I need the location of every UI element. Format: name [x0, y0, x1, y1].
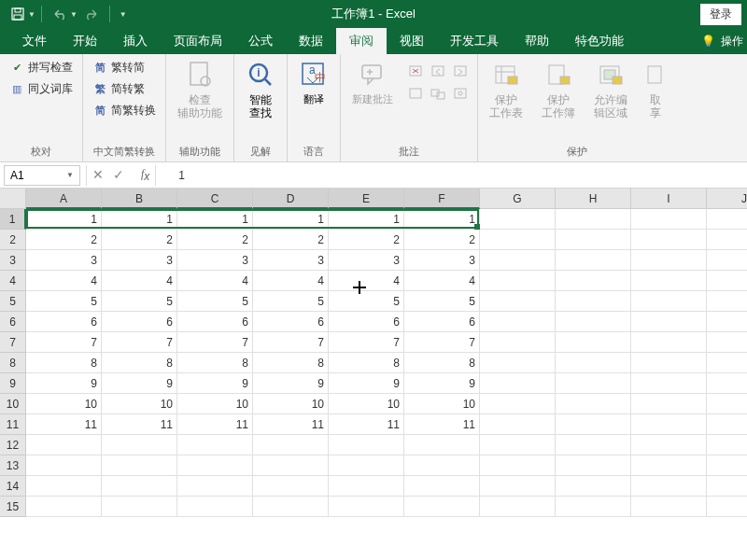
cell[interactable]: 4 [253, 271, 329, 291]
cell[interactable]: 2 [102, 230, 177, 250]
cell[interactable] [404, 435, 480, 455]
cell[interactable] [631, 414, 707, 435]
tab-开发工具[interactable]: 开发工具 [437, 28, 512, 54]
redo-button[interactable] [79, 2, 104, 26]
cell[interactable]: 5 [102, 291, 177, 312]
cell[interactable]: 8 [404, 353, 480, 373]
col-header-I[interactable]: I [631, 189, 707, 209]
cell[interactable] [707, 353, 747, 373]
cell[interactable] [480, 414, 556, 435]
col-header-H[interactable]: H [556, 189, 631, 209]
cell[interactable]: 9 [329, 373, 404, 394]
cell[interactable] [480, 476, 556, 497]
show-comment-button[interactable] [406, 84, 427, 105]
show-ink-button[interactable] [451, 84, 472, 105]
tab-开始[interactable]: 开始 [60, 28, 110, 54]
customize-qat-icon[interactable]: ▼ [120, 10, 127, 19]
cell[interactable] [707, 332, 747, 353]
cell[interactable] [102, 497, 177, 517]
cell[interactable]: 6 [253, 312, 329, 332]
cell[interactable]: 7 [102, 332, 177, 353]
cell[interactable]: 4 [26, 271, 102, 291]
cell[interactable] [556, 373, 631, 394]
cell[interactable]: 4 [102, 271, 177, 291]
cell[interactable] [556, 312, 631, 332]
cell[interactable] [556, 353, 631, 373]
cell[interactable] [556, 209, 631, 230]
cell[interactable]: 8 [26, 353, 102, 373]
cell[interactable]: 1 [404, 209, 480, 230]
dropdown-icon[interactable]: ▼ [28, 10, 35, 19]
cell[interactable]: 11 [102, 414, 177, 435]
row-headers[interactable]: 123456789101112131415 [0, 209, 26, 517]
col-header-J[interactable]: J [707, 189, 747, 209]
cell[interactable] [556, 455, 631, 476]
cell[interactable] [480, 230, 556, 250]
cell[interactable] [329, 435, 404, 455]
cell[interactable] [480, 271, 556, 291]
cell[interactable] [102, 476, 177, 497]
cell[interactable]: 10 [253, 394, 329, 414]
cell[interactable]: 6 [177, 312, 253, 332]
cell[interactable]: 7 [253, 332, 329, 353]
cell[interactable]: 4 [404, 271, 480, 291]
row-header-9[interactable]: 9 [0, 373, 26, 394]
cell[interactable] [480, 455, 556, 476]
cell[interactable]: 8 [177, 353, 253, 373]
new-comment-button[interactable]: 新建批注 [346, 58, 399, 107]
smart-lookup-button[interactable]: i 智能查找 [240, 58, 281, 122]
cancel-icon[interactable]: ✕ [92, 167, 104, 182]
row-header-12[interactable]: 12 [0, 435, 26, 455]
row-header-7[interactable]: 7 [0, 332, 26, 353]
thesaurus-button[interactable]: ▥同义词库 [6, 79, 77, 99]
cell[interactable]: 10 [102, 394, 177, 414]
cell[interactable]: 3 [102, 250, 177, 271]
column-headers[interactable]: ABCDEFGHIJ [26, 189, 747, 209]
protect-sheet-button[interactable]: 保护工作表 [484, 58, 529, 122]
cell[interactable] [707, 271, 747, 291]
cell[interactable]: 5 [404, 291, 480, 312]
cell[interactable] [631, 394, 707, 414]
cell[interactable]: 2 [329, 230, 404, 250]
cell[interactable] [480, 497, 556, 517]
cell[interactable] [556, 497, 631, 517]
cell[interactable]: 2 [177, 230, 253, 250]
dropdown-icon[interactable]: ▼ [70, 10, 78, 19]
cell[interactable]: 7 [177, 332, 253, 353]
cell[interactable]: 10 [177, 394, 253, 414]
tell-me-label[interactable]: 操作 [721, 34, 743, 49]
spreadsheet-grid[interactable]: ABCDEFGHIJ 123456789101112131415 1111112… [0, 189, 747, 560]
save-button[interactable] [6, 2, 30, 26]
cell[interactable] [329, 497, 404, 517]
cell[interactable] [177, 455, 253, 476]
cell[interactable] [177, 435, 253, 455]
cell[interactable]: 9 [253, 373, 329, 394]
cell[interactable] [707, 230, 747, 250]
cell[interactable]: 4 [177, 271, 253, 291]
cell[interactable]: 7 [404, 332, 480, 353]
cell[interactable] [707, 250, 747, 271]
cell[interactable]: 8 [102, 353, 177, 373]
row-header-6[interactable]: 6 [0, 312, 26, 332]
cell[interactable] [631, 497, 707, 517]
cell[interactable] [631, 455, 707, 476]
cell[interactable] [556, 230, 631, 250]
cell[interactable] [631, 209, 707, 230]
row-header-4[interactable]: 4 [0, 271, 26, 291]
row-header-2[interactable]: 2 [0, 230, 26, 250]
tab-插入[interactable]: 插入 [110, 28, 161, 54]
cell[interactable] [707, 476, 747, 497]
cell[interactable]: 4 [329, 271, 404, 291]
cell[interactable] [177, 476, 253, 497]
row-header-3[interactable]: 3 [0, 250, 26, 271]
cell[interactable]: 6 [102, 312, 177, 332]
cell[interactable]: 11 [329, 414, 404, 435]
cell[interactable] [707, 209, 747, 230]
cell[interactable]: 9 [177, 373, 253, 394]
cell[interactable]: 9 [102, 373, 177, 394]
cell[interactable]: 7 [26, 332, 102, 353]
protect-workbook-button[interactable]: 保护工作簿 [536, 58, 581, 122]
cell[interactable] [253, 435, 329, 455]
row-header-8[interactable]: 8 [0, 353, 26, 373]
cell[interactable] [631, 373, 707, 394]
